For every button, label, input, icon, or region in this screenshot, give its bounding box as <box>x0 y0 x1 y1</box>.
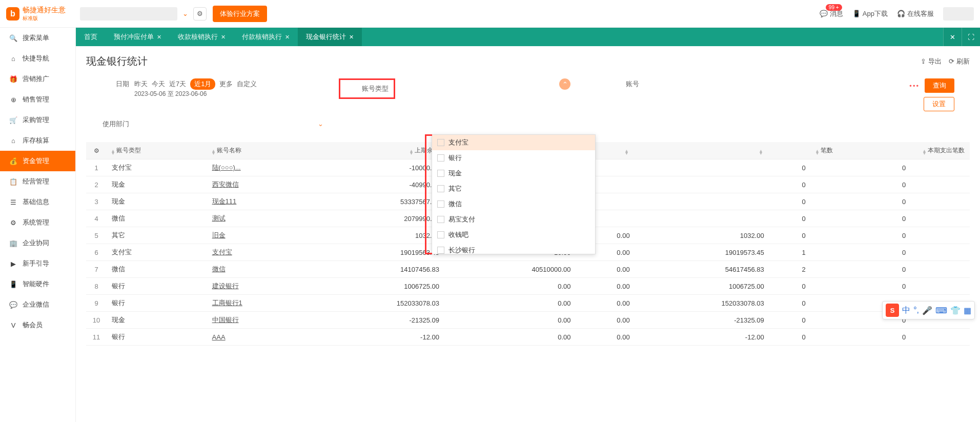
app-download-link[interactable]: 📱 App下载 <box>852 9 888 18</box>
sidebar-item-2[interactable]: 🎁营销推广 <box>0 69 75 89</box>
chevron-down-icon[interactable]: ⌄ <box>182 10 188 17</box>
sidebar-item-14[interactable]: V畅会员 <box>0 315 75 335</box>
date-chip-5[interactable]: 自定义 <box>237 79 257 89</box>
online-service-link[interactable]: 🎧 在线客服 <box>897 9 934 18</box>
cell-name[interactable]: 工商银行1 <box>207 295 310 312</box>
checkbox[interactable] <box>437 154 444 162</box>
sort-icon[interactable]: ▴▾ <box>760 149 762 154</box>
checkbox[interactable] <box>437 231 444 238</box>
sort-icon[interactable]: ▴▾ <box>212 149 215 154</box>
tab-close-icon[interactable]: ✕ <box>221 34 226 41</box>
tab-2[interactable]: 收款核销执行✕ <box>170 28 234 46</box>
account-type-filter[interactable]: 账号类型 <box>339 78 395 99</box>
more-filters-button[interactable]: ••• <box>909 82 920 90</box>
dropdown-item-1[interactable]: 银行 <box>432 150 595 166</box>
ime-toolbar[interactable]: S 中 °, 🎤 ⌨ 👕 ▦ <box>882 301 975 319</box>
cell-name[interactable]: 西安微信 <box>207 176 310 193</box>
industry-plan-button[interactable]: 体验行业方案 <box>213 6 267 22</box>
tab-close-icon[interactable]: ✕ <box>285 34 290 41</box>
dropdown-item-7[interactable]: 长沙银行 <box>432 243 595 254</box>
ime-mic-icon[interactable]: 🎤 <box>922 306 932 315</box>
ime-punct-icon[interactable]: °, <box>913 306 919 315</box>
sidebar-item-11[interactable]: ▶新手引导 <box>0 253 75 274</box>
tab-close-all-button[interactable]: ✕ <box>943 28 962 46</box>
checkbox[interactable] <box>437 200 444 208</box>
sidebar-item-13[interactable]: 💬企业微信 <box>0 294 75 315</box>
sidebar-item-5[interactable]: ⌂库存核算 <box>0 130 75 151</box>
ime-keyboard-icon[interactable]: ⌨ <box>935 306 947 315</box>
sidebar-item-6[interactable]: 💰资金管理 <box>0 151 75 171</box>
dropdown-item-5[interactable]: 易宝支付 <box>432 212 595 227</box>
chevron-down-icon[interactable]: ⌄ <box>318 120 323 128</box>
column-header-5[interactable]: ▴▾ <box>635 142 769 159</box>
cell-name[interactable]: 建设银行 <box>207 278 310 295</box>
column-header-2[interactable]: ▴▾上期余额 <box>310 142 444 159</box>
checkbox[interactable] <box>437 247 444 254</box>
checkbox[interactable] <box>437 216 444 223</box>
date-chip-1[interactable]: 今天 <box>152 79 165 89</box>
cell-name[interactable]: 陆(○○○)... <box>207 159 310 176</box>
column-header-0[interactable]: ▴▾账号类型 <box>107 142 207 159</box>
checkbox[interactable] <box>437 170 444 177</box>
column-header-7[interactable]: ▴▾本期支出笔数 <box>838 142 970 159</box>
dropdown-item-2[interactable]: 现金 <box>432 166 595 181</box>
date-chip-0[interactable]: 昨天 <box>134 79 148 89</box>
tab-1[interactable]: 预付冲应付单✕ <box>106 28 170 46</box>
department-input[interactable] <box>136 116 311 131</box>
column-header-6[interactable]: ▴▾笔数 <box>769 142 839 159</box>
cell-name[interactable]: 旧金 <box>207 227 310 244</box>
sort-icon[interactable]: ▴▾ <box>923 149 926 154</box>
date-chip-2[interactable]: 近7天 <box>169 79 186 89</box>
messages-link[interactable]: 💬 消息 99 + <box>820 9 843 18</box>
dropdown-item-3[interactable]: 其它 <box>432 181 595 196</box>
cell-name[interactable]: 中国银行 <box>207 312 310 329</box>
sort-icon[interactable]: ▴▾ <box>112 149 114 154</box>
dropdown-item-6[interactable]: 收钱吧 <box>432 227 595 243</box>
sidebar-item-7[interactable]: 📋经营管理 <box>0 171 75 192</box>
sort-icon[interactable]: ▴▾ <box>410 149 413 154</box>
tab-expand-button[interactable]: ⛶ <box>962 28 980 46</box>
sidebar-item-1[interactable]: ⌂快捷导航 <box>0 48 75 69</box>
ime-toolbox-icon[interactable]: ▦ <box>964 306 971 315</box>
table-settings-column[interactable]: ⚙ <box>86 142 107 159</box>
tab-4[interactable]: 现金银行统计✕ <box>298 28 362 46</box>
column-header-1[interactable]: ▴▾账号名称 <box>207 142 310 159</box>
dropdown-item-4[interactable]: 微信 <box>432 196 595 212</box>
sidebar-item-10[interactable]: 🏢企业协同 <box>0 233 75 253</box>
filter-settings-button[interactable]: 设置 <box>924 97 954 111</box>
org-selector[interactable] <box>80 7 177 21</box>
sidebar-item-3[interactable]: ⊕销售管理 <box>0 89 75 110</box>
date-chip-4[interactable]: 更多 <box>219 79 233 89</box>
tab-3[interactable]: 付款核销执行✕ <box>234 28 298 46</box>
tab-close-icon[interactable]: ✕ <box>157 34 161 41</box>
search-button[interactable]: 查询 <box>925 78 954 93</box>
sidebar-item-0[interactable]: 🔍搜索菜单 <box>0 28 75 48</box>
date-chip-3[interactable]: 近1月 <box>190 78 215 90</box>
cell-name[interactable]: 测试 <box>207 210 310 227</box>
sidebar-item-8[interactable]: ☰基础信息 <box>0 192 75 212</box>
ime-lang-button[interactable]: 中 <box>902 305 910 316</box>
user-avatar[interactable] <box>943 7 974 21</box>
refresh-button[interactable]: ⟳刷新 <box>949 57 970 66</box>
ime-skin-icon[interactable]: 👕 <box>950 306 961 315</box>
cell-name[interactable]: AAA <box>207 329 310 346</box>
cell-name[interactable]: 微信 <box>207 261 310 278</box>
sidebar-item-9[interactable]: ⚙系统管理 <box>0 212 75 233</box>
account-type-dropdown[interactable]: 支付宝银行现金其它微信易宝支付收钱吧长沙银行 <box>432 134 596 254</box>
dropdown-item-0[interactable]: 支付宝 <box>432 135 595 150</box>
cell-name[interactable]: 现金111 <box>207 193 310 210</box>
tab-0[interactable]: 首页 <box>76 28 106 46</box>
sort-icon[interactable]: ▴▾ <box>625 149 628 154</box>
checkbox[interactable] <box>437 139 444 146</box>
cell-c6: -21325.09 <box>635 312 769 329</box>
sidebar-item-12[interactable]: 📱智能硬件 <box>0 274 75 294</box>
tab-close-icon[interactable]: ✕ <box>349 34 354 41</box>
settings-gear-button[interactable]: ⚙ <box>193 7 207 21</box>
sort-icon[interactable]: ▴▾ <box>816 149 819 154</box>
checkbox[interactable] <box>437 185 444 192</box>
sidebar-item-4[interactable]: 🛒采购管理 <box>0 110 75 130</box>
export-button[interactable]: ⇪导出 <box>921 57 942 66</box>
cell-name[interactable]: 支付宝 <box>207 244 310 261</box>
collapse-filters-button[interactable]: ⌃ <box>559 78 570 90</box>
department-filter[interactable]: 使用部门 ⌄ <box>101 116 323 131</box>
